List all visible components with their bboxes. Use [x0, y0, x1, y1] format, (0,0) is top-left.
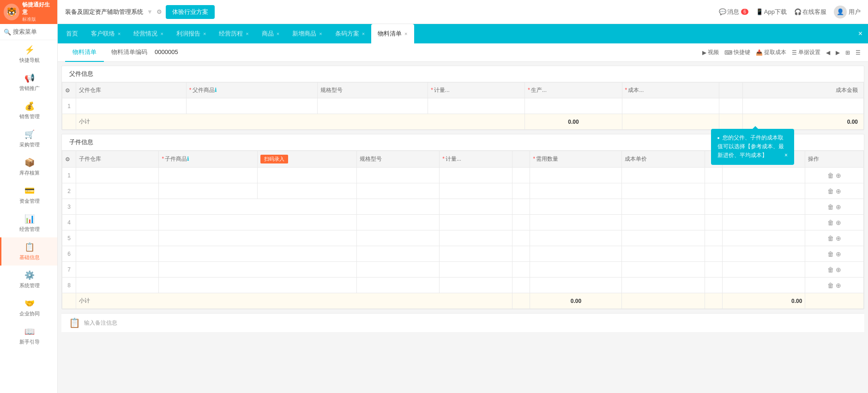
child-row-4-goods[interactable] [159, 215, 356, 230]
child-row-6-goods[interactable] [159, 246, 356, 262]
parent-row-1-spec[interactable] [318, 98, 428, 114]
sidebar-item-guide[interactable]: 📖 新手引导 [0, 322, 57, 350]
child-row-1-unit-cost[interactable] [622, 168, 705, 183]
child-row-3-spec[interactable] [356, 199, 439, 215]
child-row-6-warehouse[interactable] [76, 246, 159, 262]
tab-operation-close[interactable]: × [160, 31, 163, 36]
child-row-5-spec[interactable] [356, 230, 439, 246]
experience-btn[interactable]: 体验行业方案 [166, 5, 215, 19]
child-row-4-unit-cost[interactable] [622, 215, 705, 230]
child-row-6-need-qty[interactable] [530, 246, 622, 262]
child-row-7-warehouse[interactable] [76, 262, 159, 278]
parent-col-setting[interactable]: ⚙ [62, 83, 76, 98]
sidebar-item-sales[interactable]: 💰 销售管理 [0, 97, 57, 125]
child-row-7-need-qty[interactable] [530, 262, 622, 278]
child-row-3-need-qty[interactable] [530, 199, 622, 215]
delete-icon-4[interactable]: 🗑 [827, 219, 834, 226]
child-row-1-need-qty[interactable] [530, 168, 622, 183]
child-row-5-need-qty[interactable] [530, 230, 622, 246]
tab-customer[interactable]: 客户联络 × [84, 24, 127, 43]
child-row-8-qty[interactable] [440, 278, 512, 293]
parent-row-1-cost[interactable] [622, 98, 719, 114]
delete-icon-5[interactable]: 🗑 [827, 235, 834, 242]
extract-cost-btn[interactable]: 📥 提取成本 [756, 48, 786, 56]
parent-row-1-goods[interactable] [186, 98, 318, 114]
child-col-scan[interactable]: 扫码录入 [258, 151, 357, 168]
copy-icon-5[interactable]: ⊕ [836, 235, 841, 242]
tab-bom[interactable]: 物料清单 × [371, 24, 414, 43]
sub-tab-bom[interactable]: 物料清单 [65, 43, 104, 62]
nav-next[interactable]: ▶ [836, 49, 840, 56]
sidebar-item-basic[interactable]: 📋 基础信息 [0, 237, 57, 266]
child-row-4-need-qty[interactable] [530, 215, 622, 230]
user-item[interactable]: 👤 用户 [834, 6, 861, 18]
tab-new-goods-close[interactable]: × [319, 31, 322, 36]
delete-icon-2[interactable]: 🗑 [827, 187, 834, 195]
sidebar-item-marketing[interactable]: 📢 营销推广 [0, 68, 57, 97]
video-btn[interactable]: ▶ 视频 [702, 48, 719, 56]
scan-input-btn[interactable]: 扫码录入 [260, 155, 288, 163]
tab-home[interactable]: 首页 [60, 24, 84, 43]
tab-history[interactable]: 经营历程 × [212, 24, 255, 43]
delete-icon-7[interactable]: 🗑 [827, 266, 834, 273]
tab-barcode[interactable]: 条码方案 × [329, 24, 371, 43]
delete-icon-6[interactable]: 🗑 [827, 250, 834, 258]
child-row-2-need-qty[interactable] [530, 183, 622, 199]
copy-icon-4[interactable]: ⊕ [836, 219, 841, 226]
sidebar-item-enterprise[interactable]: 🤝 企业协同 [0, 294, 57, 322]
child-row-6-spec[interactable] [356, 246, 439, 262]
sub-tab-bom-code[interactable]: 物料清单编码 0000005 [104, 43, 186, 62]
search-menu-item[interactable]: 🔍 搜索菜单 [0, 24, 57, 40]
sidebar-item-inventory[interactable]: 📦 库存核算 [0, 153, 57, 181]
online-service-item[interactable]: 🎧 在线客服 [794, 8, 826, 16]
child-row-5-qty[interactable] [440, 230, 512, 246]
child-row-2-qty[interactable] [440, 183, 512, 199]
receipt-settings-btn[interactable]: ☰ 单据设置 [792, 48, 820, 56]
child-row-8-spec[interactable] [356, 278, 439, 293]
child-row-1-qty[interactable] [440, 168, 512, 183]
delete-icon-8[interactable]: 🗑 [827, 282, 834, 289]
sidebar-item-finance[interactable]: 💳 资金管理 [0, 181, 57, 209]
tab-goods-close[interactable]: × [277, 31, 279, 36]
copy-icon-3[interactable]: ⊕ [836, 203, 841, 211]
child-row-3-qty[interactable] [440, 199, 512, 215]
settings-icon[interactable]: ⚙ [157, 8, 162, 15]
list-view-btn[interactable]: ☰ [856, 49, 861, 56]
copy-icon[interactable]: ⊕ [836, 172, 841, 179]
child-row-4-qty[interactable] [440, 215, 512, 230]
delete-icon-3[interactable]: 🗑 [827, 203, 834, 211]
child-row-8-goods[interactable] [159, 278, 356, 293]
tooltip-close-btn[interactable]: × [784, 151, 788, 160]
child-row-5-goods[interactable] [159, 230, 356, 246]
child-row-2-unit-cost[interactable] [622, 183, 705, 199]
nav-close[interactable]: × [855, 30, 866, 38]
child-row-6-unit-cost[interactable] [622, 246, 705, 262]
app-download-item[interactable]: 📱 App下载 [756, 8, 787, 16]
child-row-7-spec[interactable] [356, 262, 439, 278]
child-row-6-qty[interactable] [440, 246, 512, 262]
tab-operation[interactable]: 经营情况 × [127, 24, 169, 43]
child-row-4-spec[interactable] [356, 215, 439, 230]
child-row-2-goods[interactable] [159, 183, 258, 199]
child-row-1-goods[interactable] [159, 168, 258, 183]
parent-row-1-produce[interactable] [525, 98, 622, 114]
nav-prev[interactable]: ◀ [826, 49, 830, 56]
sidebar-item-quick-nav[interactable]: ⚡ 快捷导航 [0, 40, 57, 68]
tab-customer-close[interactable]: × [118, 31, 121, 36]
child-row-4-warehouse[interactable] [76, 215, 159, 230]
sidebar-item-operation[interactable]: 📊 经营管理 [0, 209, 57, 237]
copy-icon-7[interactable]: ⊕ [836, 266, 841, 273]
copy-icon-6[interactable]: ⊕ [836, 250, 841, 258]
shortcut-btn[interactable]: ⌨ 快捷键 [724, 48, 750, 56]
tab-new-goods[interactable]: 新增商品 × [286, 24, 328, 43]
child-row-2-warehouse[interactable] [76, 183, 159, 199]
child-row-8-need-qty[interactable] [530, 278, 622, 293]
tab-goods[interactable]: 商品 × [255, 24, 286, 43]
tab-history-close[interactable]: × [246, 31, 248, 36]
tab-profit[interactable]: 利润报告 × [170, 24, 212, 43]
parent-row-1-qty[interactable] [428, 98, 525, 114]
delete-icon[interactable]: 🗑 [827, 172, 834, 179]
parent-row-1-warehouse[interactable] [76, 98, 187, 114]
child-row-7-unit-cost[interactable] [622, 262, 705, 278]
child-row-3-unit-cost[interactable] [622, 199, 705, 215]
